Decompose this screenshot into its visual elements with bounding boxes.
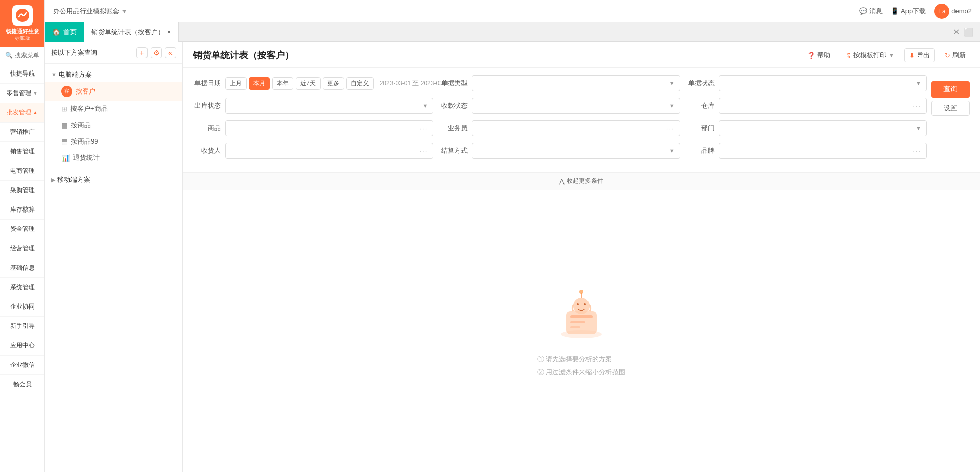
date-btn-current-month[interactable]: 本月 xyxy=(249,77,270,90)
scheme-by-goods[interactable]: ▦ 按商品 xyxy=(45,117,182,133)
sidebar-item-enterprise[interactable]: 企业协同 xyxy=(0,297,44,317)
sidebar-item-ecommerce[interactable]: 电商管理 xyxy=(0,161,44,181)
filter-payment-status: 收款状态 ▼ xyxy=(439,98,680,114)
maximize-window-icon[interactable]: ⬜ xyxy=(964,27,974,37)
warehouse-field[interactable]: ··· xyxy=(719,98,927,114)
filter-row-1: 单据日期 上月 本月 本年 近7天 更多 自定义 2023-03-01 至 20… xyxy=(193,75,927,91)
tab-report[interactable]: 销货单统计表（按客户） × xyxy=(84,22,179,42)
home-icon: 🏠 xyxy=(52,28,60,36)
payment-status-field[interactable]: ▼ xyxy=(472,98,680,114)
sidebar-item-basic[interactable]: 基础信息 xyxy=(0,258,44,278)
chevron-down-icon: ▼ xyxy=(889,52,894,58)
output-status-field[interactable]: ▼ xyxy=(225,98,433,114)
settings-button[interactable]: 设置 xyxy=(931,101,970,116)
recipient-field[interactable]: ··· xyxy=(225,143,433,159)
tab-report-label: 销货单统计表（按客户） xyxy=(91,28,164,37)
filter-settlement: 结算方式 ▼ xyxy=(439,143,680,159)
sidebar-item-sales[interactable]: 销售管理 xyxy=(0,142,44,161)
tip-1: 请先选择要分析的方案 xyxy=(537,352,626,366)
template-print-button[interactable]: 🖨 按模板打印 ▼ xyxy=(841,49,898,62)
tab-home[interactable]: 🏠 首页 xyxy=(45,22,84,42)
close-tab-icon[interactable]: × xyxy=(167,29,171,36)
tab-window-controls: ✕ ⬜ xyxy=(947,27,980,37)
svg-point-6 xyxy=(573,298,590,314)
date-btn-custom[interactable]: 自定义 xyxy=(346,77,374,90)
sidebar: 畅捷通好生意 标账版 🔍 搜索菜单 快捷导航 零售管理 ▼ 批发管理 ▲ 营销推… xyxy=(0,0,45,472)
sidebar-item-marketing[interactable]: 营销推广 xyxy=(0,123,44,142)
brand-field[interactable]: ··· xyxy=(719,143,927,159)
refresh-icon: ↻ xyxy=(945,52,950,59)
grid-icon: ⊞ xyxy=(61,105,67,113)
page-header: 销货单统计表（按客户） ❓ 帮助 🖨 按模板打印 ▼ ⬇ 导出 xyxy=(183,42,980,68)
scheme-by-customer[interactable]: 客 按客户 xyxy=(45,82,182,101)
refresh-button[interactable]: ↻ 刷新 xyxy=(941,49,970,62)
scheme-goods99[interactable]: ▦ 按商品99 xyxy=(45,133,182,150)
desktop-scheme-parent[interactable]: ▼ 电脑端方案 xyxy=(45,67,182,82)
sidebar-item-operations[interactable]: 经营管理 xyxy=(0,239,44,258)
topbar-right: 💬 消息 📱 App下载 Ea demo2 xyxy=(859,4,972,19)
sidebar-item-wechat[interactable]: 企业微信 xyxy=(0,356,44,375)
tab-home-label: 首页 xyxy=(63,28,77,37)
doc-type-field[interactable]: ▼ xyxy=(472,75,680,91)
sidebar-item-label: 基础信息 xyxy=(10,264,35,271)
query-button[interactable]: 查询 xyxy=(931,81,970,98)
message-button[interactable]: 💬 消息 xyxy=(859,7,883,16)
sidebar-item-system[interactable]: 系统管理 xyxy=(0,278,44,297)
sidebar-item-purchase[interactable]: 采购管理 xyxy=(0,181,44,200)
settings-scheme-button[interactable]: ⚙ xyxy=(151,47,162,58)
collapse-bar[interactable]: ⋀ 收起更多条件 xyxy=(183,173,980,190)
refresh-label: 刷新 xyxy=(952,51,966,60)
scheme-customer-goods[interactable]: ⊞ 按客户+商品 xyxy=(45,101,182,117)
filter-doc-status: 单据状态 ▼ xyxy=(687,75,927,91)
collapse-up-icon: ⋀ xyxy=(559,178,565,185)
date-btn-current-year[interactable]: 本年 xyxy=(272,77,293,90)
mobile-scheme-section: ▶ 移动端方案 xyxy=(45,169,182,191)
date-btn-7days[interactable]: 近7天 xyxy=(296,77,321,90)
user-menu[interactable]: Ea demo2 xyxy=(934,4,972,19)
sidebar-item-retail[interactable]: 零售管理 ▼ xyxy=(0,84,44,103)
close-window-icon[interactable]: ✕ xyxy=(953,27,960,37)
scheme-return-stats[interactable]: 📊 退货统计 xyxy=(45,150,182,166)
date-btn-last-month[interactable]: 上月 xyxy=(225,77,247,90)
app-download-button[interactable]: 📱 App下载 xyxy=(891,7,926,16)
settlement-field[interactable]: ▼ xyxy=(472,143,680,159)
dept-field[interactable]: ▼ xyxy=(719,120,927,136)
goods-field[interactable]: ··· xyxy=(225,120,433,136)
sidebar-item-finance[interactable]: 资金管理 xyxy=(0,220,44,239)
sidebar-search[interactable]: 🔍 搜索菜单 xyxy=(0,47,44,64)
sidebar-item-appcenter[interactable]: 应用中心 xyxy=(0,336,44,356)
sidebar-item-guide[interactable]: 新手引导 xyxy=(0,317,44,336)
sidebar-item-label: 新手引导 xyxy=(10,322,35,329)
svg-point-7 xyxy=(577,303,579,305)
help-button[interactable]: ❓ 帮助 xyxy=(803,49,835,62)
sidebar-item-label: 电商管理 xyxy=(10,167,35,174)
filter-brand: 品牌 ··· xyxy=(687,143,927,159)
add-scheme-button[interactable]: + xyxy=(136,47,148,58)
sidebar-item-inventory[interactable]: 库存核算 xyxy=(0,200,44,220)
doc-status-label: 单据状态 xyxy=(687,79,715,88)
sidebar-item-wholesale[interactable]: 批发管理 ▲ xyxy=(0,103,44,123)
sidebar-item-membership[interactable]: 畅会员 xyxy=(0,375,44,394)
mobile-scheme-parent[interactable]: ▶ 移动端方案 xyxy=(45,172,182,187)
svg-point-8 xyxy=(584,303,586,305)
chevron-down-icon: ▼ xyxy=(669,80,675,86)
filter-warehouse: 仓库 ··· xyxy=(687,98,927,114)
staff-field[interactable]: ··· xyxy=(472,120,680,136)
sidebar-item-label: 快捷导航 xyxy=(10,70,35,77)
right-panel: 销货单统计表（按客户） ❓ 帮助 🖨 按模板打印 ▼ ⬇ 导出 xyxy=(183,42,980,472)
collapse-label: 收起更多条件 xyxy=(567,177,603,185)
page-title: 销货单统计表（按客户） xyxy=(193,49,294,61)
brand-label: 品牌 xyxy=(687,146,715,155)
doc-status-field[interactable]: ▼ xyxy=(719,75,927,91)
sidebar-item-shortcuts[interactable]: 快捷导航 xyxy=(0,64,44,84)
industry-selector[interactable]: 办公用品行业模拟账套 ▼ xyxy=(53,7,127,16)
left-panel-header: 按以下方案查询 + ⚙ « xyxy=(45,42,182,64)
sidebar-item-label: 销售管理 xyxy=(10,148,35,155)
collapse-panel-button[interactable]: « xyxy=(165,47,176,58)
date-btn-more[interactable]: 更多 xyxy=(323,77,344,90)
sidebar-item-label: 应用中心 xyxy=(10,342,35,349)
export-button[interactable]: ⬇ 导出 xyxy=(904,48,935,62)
chevron-up-icon: ▲ xyxy=(33,110,38,115)
chevron-down-icon: ▼ xyxy=(51,72,57,78)
plus-icon: + xyxy=(140,49,144,57)
